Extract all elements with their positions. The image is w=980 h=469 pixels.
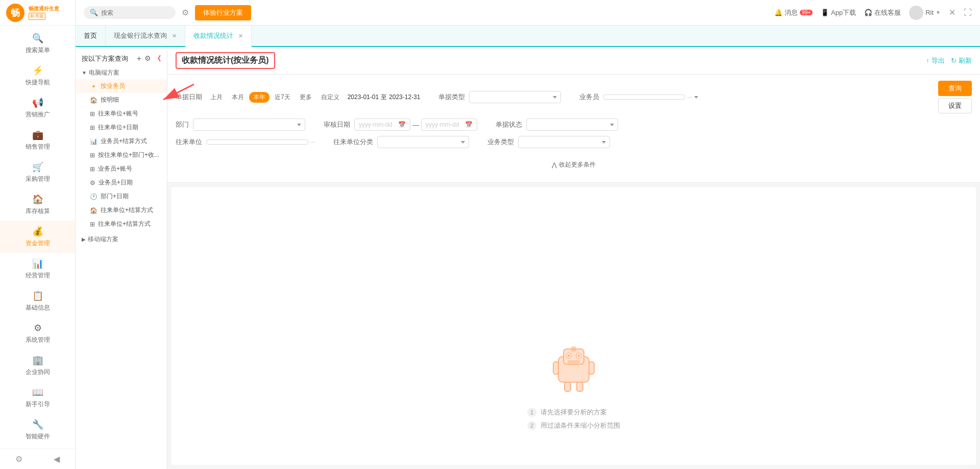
tree-item-salesman-settlement[interactable]: 📊 业务员+结算方式 — [76, 134, 167, 148]
sidebar-item-marketing[interactable]: 📢 营销推广 — [0, 92, 75, 124]
doc-type-select[interactable] — [469, 91, 561, 103]
audit-start-input[interactable]: yyyy-mm-dd 📅 — [354, 119, 410, 131]
tree-item-partner-settlement2[interactable]: ⊞ 往来单位+结算方式 — [76, 217, 167, 231]
headphone-icon: 🎧 — [864, 9, 872, 16]
sidebar-item-quicknav[interactable]: ⚡ 快捷导航 — [0, 60, 75, 92]
page-actions: ↑ 导出 ↻ 刷新 — [926, 56, 972, 65]
sidebar-item-warehouse[interactable]: 🏠 库存核算 — [0, 189, 75, 221]
panel-collapse-btn[interactable]: 《 — [154, 54, 161, 63]
download-icon: 📱 — [821, 9, 829, 16]
dept-select[interactable] — [193, 119, 305, 131]
refresh-icon: ↻ — [951, 57, 957, 64]
topbar-settings-icon[interactable]: ⚙ — [182, 8, 189, 17]
partner-classify-select[interactable] — [377, 136, 469, 148]
biz-type-select-wrapper[interactable] — [518, 136, 610, 148]
window-close-icon[interactable]: ✕ — [949, 8, 955, 17]
sidebar-item-finance[interactable]: 💰 资金管理 — [0, 221, 75, 253]
doc-type-select-wrapper[interactable] — [469, 91, 561, 103]
audit-end-input[interactable]: yyyy-mm-dd 📅 — [421, 119, 477, 131]
left-panel-actions: + ⚙ 《 — [137, 54, 161, 63]
tree-item-by-detail[interactable]: 🏠 按明细 — [76, 93, 167, 107]
sidebar-item-purchase[interactable]: 🛒 采购管理 — [0, 156, 75, 189]
filter-row-2: 部门 审核日期 yyyy-mm-dd — [176, 119, 972, 131]
salesman-input[interactable] — [603, 95, 685, 100]
chart-icon: 📊 — [32, 258, 43, 269]
tree-item-salesman-date[interactable]: ⚙ 业务员+日期 — [76, 176, 167, 190]
window-maximize-icon[interactable]: ⛶ — [964, 8, 972, 17]
refresh-button[interactable]: ↻ 刷新 — [951, 56, 972, 65]
online-service-btn[interactable]: 🎧 在线客服 — [864, 8, 901, 17]
grid4-icon: ⊞ — [90, 166, 95, 173]
app-download-btn[interactable]: 📱 App下载 — [821, 8, 856, 17]
sidebar-item-hardware[interactable]: 🔧 智能硬件 — [0, 414, 75, 446]
sidebar-item-operations[interactable]: 📊 经营管理 — [0, 253, 75, 285]
export-button[interactable]: ↑ 导出 — [926, 56, 945, 65]
trial-button[interactable]: 体验行业方案 — [195, 5, 251, 20]
tab-receipts-close[interactable]: ✕ — [238, 33, 243, 39]
tree-item-dept-date[interactable]: 🕐 部门+日期 — [76, 190, 167, 203]
user-menu[interactable]: Rit ▼ — [909, 6, 941, 20]
partner-input[interactable] — [206, 139, 308, 145]
partner-classify-select-wrapper[interactable] — [377, 136, 469, 148]
query-button[interactable]: 查询 — [938, 81, 972, 96]
tree-section-desktop[interactable]: ▼ 电脑端方案 — [76, 66, 167, 79]
biz-type-filter: 业务类型 — [487, 136, 610, 148]
sidebar-item-guide[interactable]: 📖 新手引导 — [0, 382, 75, 414]
tree-item-partner-settlement1[interactable]: 🏠 往来单位+结算方式 — [76, 203, 167, 217]
add-plan-btn[interactable]: + — [137, 54, 141, 63]
sidebar-item-system[interactable]: ⚙ 系统管理 — [0, 317, 75, 349]
tree-section-mobile[interactable]: ▶ 移动端方案 — [76, 233, 167, 246]
sidebar-item-sales[interactable]: 💼 销售管理 — [0, 124, 75, 156]
cart-icon: 🛒 — [32, 161, 43, 173]
sidebar-item-search[interactable]: 🔍 搜索菜单 — [0, 28, 75, 60]
mobile-section-label: 移动端方案 — [88, 235, 118, 244]
tab-home[interactable]: 首页 — [76, 26, 106, 46]
audit-date-label: 审核日期 — [324, 120, 350, 129]
partner-more-icon[interactable]: ··· — [310, 139, 315, 145]
date-tab-this-month[interactable]: 本月 — [228, 92, 248, 103]
data-area: 1 请先选择要分析的方案 2 用过滤条件来缩小分析范围 — [172, 187, 976, 465]
date-tab-this-year[interactable]: 本年 — [249, 92, 270, 103]
detail-icon: 🏠 — [90, 97, 97, 104]
topbar-search-box[interactable]: 🔍 — [84, 6, 176, 19]
sidebar-item-basic[interactable]: 📋 基础信息 — [0, 285, 75, 317]
doc-type-filter: 单据类型 — [438, 91, 561, 103]
svg-rect-7 — [553, 362, 558, 374]
tab-bank-close[interactable]: ✕ — [172, 33, 177, 39]
sidebar-collapse-btn[interactable]: ◀ — [54, 454, 60, 464]
date-tab-7days[interactable]: 近7天 — [271, 92, 295, 103]
tree-item-salesman-account[interactable]: ⊞ 业务员+账号 — [76, 162, 167, 176]
date-tab-more[interactable]: 更多 — [296, 92, 316, 103]
topbar: 🔍 ⚙ 体验行业方案 🔔 消息 99+ 📱 App下载 🎧 在线客服 R — [76, 0, 980, 26]
tab-receipts[interactable]: 收款情况统计 ✕ — [185, 26, 252, 47]
collapse-row: ⋀ 收起更多条件 — [176, 153, 972, 176]
settings-button[interactable]: 设置 — [938, 98, 972, 113]
svg-point-4 — [568, 355, 570, 357]
doc-status-select-wrapper[interactable] — [526, 119, 618, 131]
search-icon: 🔍 — [90, 9, 98, 16]
tab-bank[interactable]: 现金银行流水查询 ✕ — [106, 26, 185, 46]
search-input[interactable] — [101, 9, 162, 16]
sidebar-settings-btn[interactable]: ⚙ — [15, 454, 22, 464]
doc-status-select[interactable] — [526, 119, 618, 131]
biz-type-select[interactable] — [518, 136, 610, 148]
collapse-button[interactable]: ⋀ 收起更多条件 — [549, 157, 599, 172]
salesman-more-icon[interactable]: ··· — [687, 94, 692, 100]
tree-item-partner-account[interactable]: ⊞ 往来单位+账号 — [76, 107, 167, 121]
plan-settings-btn[interactable]: ⚙ — [144, 54, 151, 63]
bar-icon: 📊 — [90, 138, 97, 145]
date-tab-last-month[interactable]: 上月 — [206, 92, 227, 103]
sidebar-item-corp[interactable]: 🏢 企业协同 — [0, 349, 75, 382]
clipboard-icon: 📋 — [32, 290, 43, 301]
tree-item-partner-date[interactable]: ⊞ 往来单位+日期 — [76, 121, 167, 134]
dept-select-wrapper[interactable] — [193, 119, 305, 131]
doc-type-label: 单据类型 — [438, 92, 465, 102]
filter-row-1: 单据日期 上月 本月 本年 近7天 更多 自定义 2023-01-01 至 — [176, 81, 972, 113]
avatar — [909, 6, 923, 20]
tree-item-partner-dept-collect[interactable]: ⊞ 按往来单位+部门+收... — [76, 148, 167, 162]
tree-item-by-salesman[interactable]: 🔸 按业务员 — [76, 79, 167, 93]
tab-bank-label: 现金银行流水查询 — [114, 31, 167, 40]
topbar-left: 🔍 ⚙ 体验行业方案 — [84, 5, 251, 20]
notifications-btn[interactable]: 🔔 消息 99+ — [774, 8, 813, 17]
date-tab-custom[interactable]: 自定义 — [317, 92, 344, 103]
